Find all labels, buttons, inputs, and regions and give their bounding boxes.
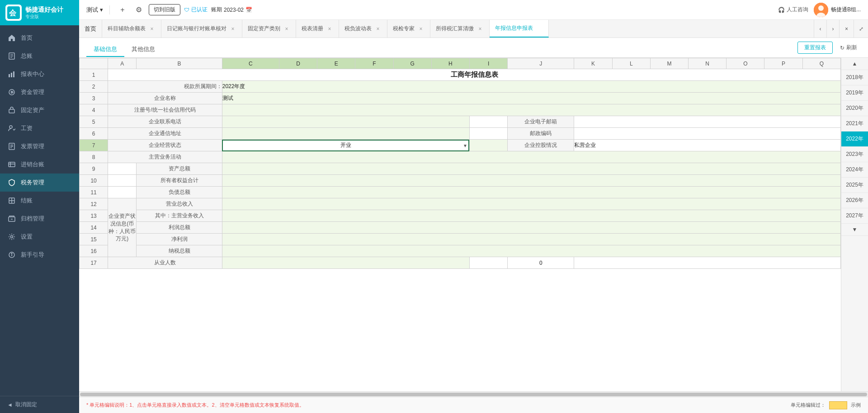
sidebar-item-close[interactable]: 结账 (0, 192, 79, 210)
col-header-K[interactable]: K (574, 58, 612, 69)
col-header-M[interactable]: M (650, 58, 688, 69)
sidebar-item-home[interactable]: 首页 (0, 29, 79, 47)
tab-close-annualreport[interactable]: × (536, 25, 543, 32)
col-header-Q[interactable]: Q (802, 58, 840, 69)
col-header-E[interactable]: E (317, 58, 355, 69)
cell-5-phone[interactable] (222, 116, 469, 128)
tab-next-btn[interactable]: › (826, 20, 839, 38)
tab-close-all-btn[interactable]: × (839, 20, 854, 38)
tab-taxlist[interactable]: 税表清册 × (296, 20, 339, 38)
cell-17-value1[interactable] (222, 257, 469, 269)
year-2025[interactable]: 2025年 (841, 178, 868, 193)
sidebar-item-ledger[interactable]: 总账 (0, 47, 79, 65)
sidebar-item-archive[interactable]: 归档管理 (0, 210, 79, 228)
cell-14-value[interactable] (222, 222, 840, 234)
col-header-J[interactable]: J (508, 58, 574, 69)
tab-label-taxburden: 税负波动表 (344, 25, 372, 33)
cell-11-value[interactable] (222, 187, 840, 198)
sidebar-item-stock[interactable]: 进销台账 (0, 155, 79, 174)
refresh-btn[interactable]: ↻ 刷新 (836, 42, 861, 53)
year-2026[interactable]: 2026年 (841, 193, 868, 208)
col-header-O[interactable]: O (726, 58, 764, 69)
sheet-title-cell[interactable]: 工商年报信息表 (108, 69, 841, 81)
consult-btn[interactable]: 🎧 人工咨询 (778, 6, 808, 14)
cell-5-email[interactable] (574, 116, 841, 128)
cell-7-control-value[interactable]: 私营企业 (574, 140, 841, 151)
switch-version-btn[interactable]: 切到旧版 (149, 4, 180, 15)
col-header-I[interactable]: I (469, 58, 507, 69)
year-2018[interactable]: 2018年 (841, 70, 868, 85)
tab-close-taxburden[interactable]: × (374, 25, 382, 33)
tab-close-fixedasset[interactable]: × (283, 25, 290, 33)
year-up-btn[interactable]: ▲ (841, 58, 868, 70)
tab-expand-btn[interactable]: ⤢ (854, 20, 868, 38)
tab-annualreport[interactable]: 年报信息申报表 × (490, 20, 549, 38)
cell-9-value[interactable] (222, 163, 840, 175)
col-header-P[interactable]: P (764, 58, 802, 69)
cell-10-value[interactable] (222, 175, 840, 187)
workspace-selector[interactable]: 测试 ▾ (86, 6, 103, 14)
sidebar-item-settings[interactable]: 设置 (0, 228, 79, 246)
cell-2-value[interactable]: 2022年度 (222, 81, 840, 93)
cell-4-value[interactable] (222, 104, 840, 116)
cell-15-value[interactable] (222, 234, 840, 245)
cell-6-addr[interactable] (222, 128, 469, 140)
year-2021[interactable]: 2021年 (841, 116, 868, 131)
col-header-A[interactable]: A (108, 58, 137, 69)
tab-close-taxlist[interactable]: × (326, 25, 333, 33)
settings-btn[interactable]: ⚙ (132, 4, 145, 16)
col-header-L[interactable]: L (612, 58, 650, 69)
cell-6-zip[interactable] (574, 128, 841, 140)
h-scrollbar[interactable] (79, 391, 868, 397)
sidebar-item-tax[interactable]: 税务管理 (0, 174, 79, 192)
year-2019[interactable]: 2019年 (841, 85, 868, 101)
cell-12-value[interactable] (222, 198, 840, 210)
col-header-G[interactable]: G (393, 58, 431, 69)
cell-16-value[interactable] (222, 245, 840, 257)
reset-btn[interactable]: 重置报表 (797, 42, 833, 54)
user-menu[interactable]: 畅捷通B组... (814, 3, 861, 17)
year-2020[interactable]: 2020年 (841, 101, 868, 116)
spreadsheet[interactable]: A B C D E F G H I J K L (79, 58, 841, 391)
tab-auxiliary[interactable]: 科目辅助余额表 × (102, 20, 161, 38)
year-2023[interactable]: 2023年 (841, 147, 868, 162)
year-2024[interactable]: 2024年 (841, 162, 868, 178)
tab-home[interactable]: 首页 (79, 20, 102, 38)
year-2027[interactable]: 2027年 (841, 208, 868, 224)
tab-close-journal[interactable]: × (229, 25, 236, 33)
year-down-btn[interactable]: ▼ (841, 224, 868, 236)
add-workspace-btn[interactable]: + (116, 4, 129, 16)
sidebar-item-guide[interactable]: 新手引导 (0, 246, 79, 264)
tab-incometax[interactable]: 所得税汇算清缴 × (430, 20, 490, 38)
sidebar-item-fund[interactable]: 资金管理 (0, 83, 79, 101)
tab-prev-btn[interactable]: ‹ (814, 20, 826, 38)
sidebar-item-salary[interactable]: 工资 (0, 119, 79, 137)
col-header-N[interactable]: N (689, 58, 726, 69)
tab-taxexpert[interactable]: 税检专家 × (387, 20, 430, 38)
calendar-icon[interactable]: 📅 (245, 7, 252, 13)
h-scrollbar-thumb[interactable] (80, 393, 867, 396)
tab-journal[interactable]: 日记账与银行对账单核对 × (161, 20, 242, 38)
cell-8-value[interactable] (222, 151, 840, 163)
col-header-C[interactable]: C (222, 58, 279, 69)
sidebar-item-invoice[interactable]: 发票管理 (0, 137, 79, 155)
col-header-D[interactable]: D (279, 58, 317, 69)
sidebar-item-report[interactable]: 报表中心 (0, 65, 79, 83)
subtab-basic[interactable]: 基础信息 (86, 42, 124, 57)
col-header-F[interactable]: F (355, 58, 393, 69)
col-header-H[interactable]: H (431, 58, 469, 69)
subtab-other[interactable]: 其他信息 (124, 42, 162, 57)
cell-13-value[interactable] (222, 210, 840, 222)
cell-17-j[interactable]: 0 (508, 257, 574, 269)
tab-close-auxiliary[interactable]: × (148, 25, 156, 33)
cell-7-status[interactable]: 开业 ▼ (222, 140, 469, 151)
col-header-B[interactable]: B (137, 58, 222, 69)
tab-close-taxexpert[interactable]: × (417, 25, 425, 33)
tab-taxburden[interactable]: 税负波动表 × (339, 20, 387, 38)
sidebar-item-asset[interactable]: 固定资产 (0, 101, 79, 119)
sidebar-collapse-btn[interactable]: ◄ 取消固定 (0, 396, 79, 413)
cell-3-value[interactable]: 测试 (222, 93, 840, 104)
year-2022[interactable]: 2022年 (841, 131, 868, 147)
tab-fixedasset[interactable]: 固定资产类别 × (242, 20, 296, 38)
tab-close-incometax[interactable]: × (476, 25, 484, 33)
